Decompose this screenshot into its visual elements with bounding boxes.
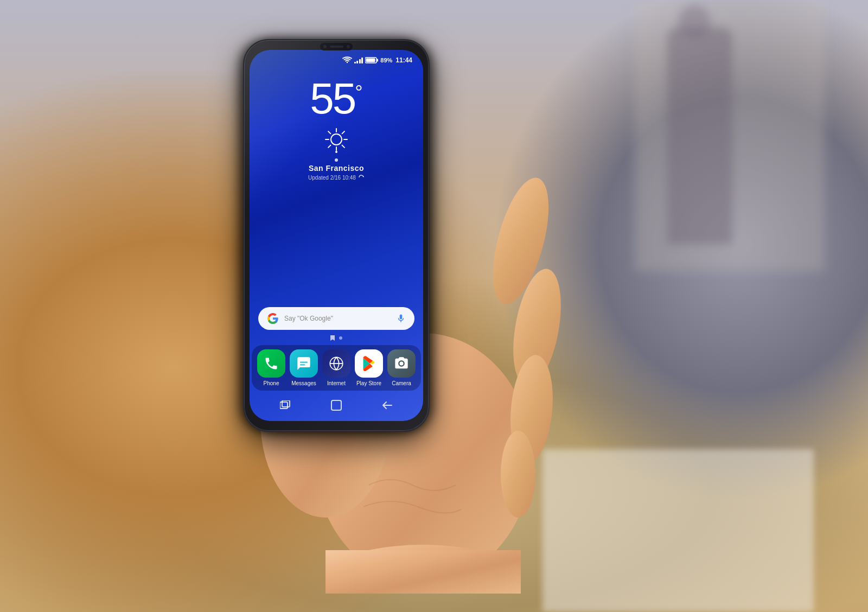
city-name: San Francisco bbox=[309, 164, 364, 173]
sun-icon bbox=[323, 126, 350, 153]
svg-rect-24 bbox=[300, 364, 305, 365]
play-store-icon bbox=[361, 356, 376, 371]
earpiece bbox=[330, 46, 343, 48]
svg-rect-27 bbox=[280, 402, 288, 409]
search-placeholder: Say "Ok Google" bbox=[284, 315, 391, 322]
status-icons: 89% 11:44 bbox=[342, 56, 412, 64]
phone-app-icon[interactable] bbox=[257, 349, 285, 378]
google-logo bbox=[267, 313, 279, 324]
svg-point-21 bbox=[335, 151, 337, 153]
svg-line-20 bbox=[328, 145, 330, 148]
home-icon bbox=[330, 399, 342, 411]
page-dot-1 bbox=[339, 336, 342, 340]
battery-percent: 89% bbox=[380, 57, 392, 63]
phone-icon bbox=[264, 356, 279, 371]
play-store-app-label: Play Store bbox=[356, 380, 381, 386]
phone-app[interactable]: Phone bbox=[257, 349, 285, 386]
play-store-app[interactable]: Play Store bbox=[355, 349, 383, 386]
svg-rect-10 bbox=[377, 59, 379, 62]
internet-app-icon[interactable] bbox=[322, 349, 350, 378]
internet-app-label: Internet bbox=[327, 380, 346, 386]
svg-rect-8 bbox=[326, 550, 521, 594]
hand-phone-assembly: 89% 11:44 55 ° bbox=[250, 29, 618, 583]
camera-lens bbox=[323, 45, 327, 48]
temperature-unit: ° bbox=[355, 81, 362, 104]
svg-line-19 bbox=[342, 131, 344, 133]
phone-body: 89% 11:44 55 ° bbox=[244, 40, 429, 431]
bookmark-indicator bbox=[330, 335, 335, 341]
browser-icon bbox=[329, 356, 344, 371]
temperature-display: 55 ° bbox=[310, 77, 362, 120]
location-dot bbox=[335, 158, 338, 162]
messages-app-icon[interactable] bbox=[290, 349, 318, 378]
app-dock: Phone Messages bbox=[252, 345, 421, 391]
svg-rect-23 bbox=[300, 362, 308, 363]
svg-point-26 bbox=[400, 362, 404, 366]
sensor bbox=[347, 45, 350, 48]
weather-widget: 55 ° bbox=[250, 66, 423, 186]
svg-point-6 bbox=[501, 431, 535, 518]
home-button[interactable] bbox=[330, 399, 342, 413]
phone-screen[interactable]: 89% 11:44 55 ° bbox=[250, 50, 423, 421]
page-indicators bbox=[250, 335, 423, 341]
recents-icon bbox=[280, 400, 292, 410]
messages-icon bbox=[296, 356, 311, 371]
svg-line-17 bbox=[328, 131, 330, 133]
temperature-value: 55 bbox=[310, 77, 355, 120]
updated-text: Updated 2/16 10:48 bbox=[308, 174, 365, 181]
svg-rect-28 bbox=[282, 400, 290, 407]
back-icon bbox=[381, 400, 393, 410]
status-bar: 89% 11:44 bbox=[250, 50, 423, 66]
svg-point-12 bbox=[331, 134, 342, 145]
signal-icon bbox=[354, 57, 363, 63]
svg-rect-11 bbox=[366, 59, 375, 62]
phone-device: 89% 11:44 55 ° bbox=[244, 40, 429, 431]
scene-container: 89% 11:44 55 ° bbox=[0, 0, 868, 612]
voice-search-icon[interactable] bbox=[396, 314, 406, 323]
back-button[interactable] bbox=[381, 400, 393, 413]
weather-icon bbox=[323, 126, 350, 155]
front-camera bbox=[320, 43, 353, 50]
navigation-bar bbox=[250, 395, 423, 421]
camera-app-label: Camera bbox=[392, 380, 411, 386]
battery-icon bbox=[365, 57, 378, 63]
messages-app-label: Messages bbox=[291, 380, 316, 386]
google-search-bar[interactable]: Say "Ok Google" bbox=[258, 307, 414, 330]
svg-rect-29 bbox=[331, 400, 341, 410]
refresh-icon bbox=[358, 174, 365, 181]
messages-app[interactable]: Messages bbox=[290, 349, 318, 386]
camera-app-icon[interactable] bbox=[387, 349, 416, 378]
recents-button[interactable] bbox=[280, 400, 292, 413]
camera-icon bbox=[394, 356, 409, 371]
play-store-app-icon[interactable] bbox=[355, 349, 383, 378]
camera-app[interactable]: Camera bbox=[387, 349, 416, 386]
wifi-icon bbox=[342, 56, 352, 64]
phone-app-label: Phone bbox=[264, 380, 279, 386]
time-display: 11:44 bbox=[395, 56, 412, 64]
internet-app[interactable]: Internet bbox=[322, 349, 350, 386]
svg-line-18 bbox=[342, 145, 344, 148]
